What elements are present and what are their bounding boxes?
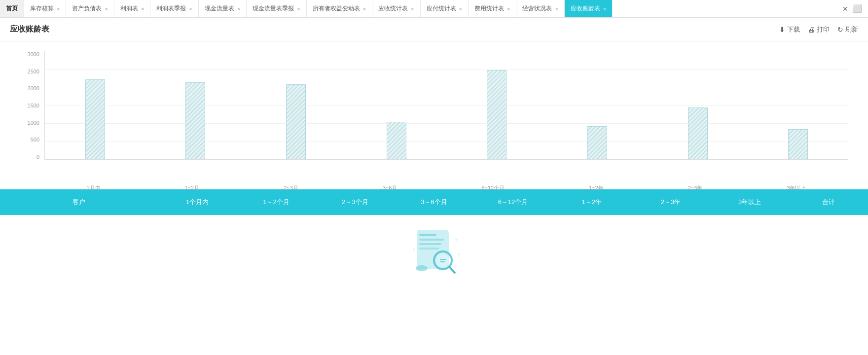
y-label-0: 0 [20,154,39,160]
tab-ar-aging[interactable]: 应收账龄表 × [565,0,613,18]
tab-cashflow-q[interactable]: 现金流量表季报 × [247,0,306,18]
tab-profit-q-close[interactable]: × [189,6,192,12]
x-label-3: 3~6月 [383,184,398,192]
x-label-7: 3年以上 [787,184,806,192]
bar-4 [487,70,506,159]
tab-inventory-close[interactable]: × [57,6,60,12]
tab-balance-close[interactable]: × [105,6,108,12]
tab-inventory[interactable]: 库存核算 × [24,0,66,18]
svg-point-13 [458,253,460,255]
tab-operation[interactable]: 经营状况表 × [516,0,564,18]
tab-profit-q-label: 利润表季报 [156,4,186,13]
y-axis: 0 500 1000 1500 2000 2500 3000 [20,51,39,160]
refresh-button[interactable]: ↻ 刷新 [837,25,858,34]
svg-point-12 [455,238,458,241]
tab-expense[interactable]: 费用统计表 × [469,0,516,18]
tab-ap-stat-close[interactable]: × [459,6,462,12]
th-3y-plus: 3年以上 [710,198,789,207]
minimize-button[interactable]: ✕ [842,5,848,13]
bar-group-2 [286,84,306,159]
bar-1 [185,82,205,159]
bars-area [44,51,848,160]
svg-line-8 [449,267,455,273]
bar-6 [688,107,708,159]
svg-point-7 [436,254,449,267]
bar-group-6 [688,107,708,159]
x-labels: 1月内1~2月2~3月3~6月6~12个月1~2年2~3年3年以上 [44,184,848,192]
tab-ar-aging-close[interactable]: × [603,6,606,12]
tab-profit-close[interactable]: × [141,6,144,12]
tab-equity-close[interactable]: × [363,6,366,12]
th-customer: 客户 [0,198,158,207]
th-3-6m: 3～6个月 [395,198,473,207]
th-6-12m: 6～12个月 [473,198,552,207]
x-label-6: 2~3年 [688,184,703,192]
tab-ar-stat-close[interactable]: × [411,6,414,12]
page-title: 应收账龄表 [10,24,49,35]
bar-group-3 [387,122,406,159]
tab-cashflow-q-label: 现金流量表季报 [253,4,294,13]
maximize-button[interactable]: ⬜ [852,4,862,13]
tab-cashflow-close[interactable]: × [237,6,240,12]
tab-equity-label: 所有者权益变动表 [313,4,360,13]
tab-inventory-label: 库存核算 [30,4,54,13]
bar-group-4 [487,70,506,159]
tab-equity[interactable]: 所有者权益变动表 × [307,0,372,18]
download-icon: ⬇ [779,26,785,34]
bar-group-7 [788,129,808,159]
download-label: 下载 [787,25,800,34]
empty-state-icon [404,225,464,279]
download-button[interactable]: ⬇ 下载 [779,25,800,34]
table-body [0,215,868,355]
tab-expense-close[interactable]: × [507,6,510,12]
y-label-500: 500 [20,137,39,142]
th-1-2y: 1～2年 [552,198,631,207]
tab-operation-close[interactable]: × [555,6,558,12]
page-header: 应收账龄表 ⬇ 下载 🖨 打印 ↻ 刷新 [0,18,868,41]
th-2-3y: 2～3年 [631,198,710,207]
header-actions: ⬇ 下载 🖨 打印 ↻ 刷新 [779,25,858,34]
bar-7 [788,129,808,159]
print-icon: 🖨 [808,26,815,34]
bar-group-0 [85,79,105,159]
tab-ar-aging-label: 应收账龄表 [571,4,600,13]
th-2-3m: 2～3个月 [316,198,395,207]
x-label-0: 1月内 [86,184,100,192]
tab-balance[interactable]: 资产负债表 × [66,0,114,18]
tab-expense-label: 费用统计表 [474,4,504,13]
tab-profit[interactable]: 利润表 × [114,0,150,18]
tab-profit-q[interactable]: 利润表季报 × [150,0,198,18]
th-1m: 1个月内 [158,198,237,207]
tab-ar-stat-label: 应收统计表 [378,4,408,13]
x-label-1: 1~2月 [185,184,200,192]
tab-bar: 首页 库存核算 × 资产负债表 × 利润表 × 利润表季报 × 现金流量表 × … [0,0,868,18]
svg-point-5 [416,265,428,271]
th-total: 合计 [789,198,868,207]
svg-rect-3 [419,243,441,245]
tab-ar-stat[interactable]: 应收统计表 × [372,0,420,18]
tab-cashflow[interactable]: 现金流量表 × [199,0,247,18]
tab-balance-label: 资产负债表 [72,4,102,13]
svg-rect-4 [419,248,439,249]
y-label-3000: 3000 [20,51,39,57]
bar-0 [85,79,105,159]
x-label-2: 2~3月 [284,184,298,192]
bar-2 [286,84,306,159]
tab-ap-stat-label: 应付统计表 [427,4,456,13]
print-button[interactable]: 🖨 打印 [808,25,830,34]
x-label-4: 6~12个月 [481,184,505,192]
tab-operation-label: 经营状况表 [522,4,552,13]
refresh-label: 刷新 [845,25,858,34]
window-controls: ✕ ⬜ [836,4,868,13]
tab-home-label: 首页 [6,4,18,13]
svg-point-11 [413,248,415,250]
tab-cashflow-label: 现金流量表 [205,4,234,13]
chart-area: 0 500 1000 1500 2000 2500 3000 1月内1~2月2~… [0,41,868,189]
tab-cashflow-q-close[interactable]: × [297,6,300,12]
refresh-icon: ↻ [837,26,843,34]
bar-3 [387,122,406,159]
tab-ap-stat[interactable]: 应付统计表 × [421,0,469,18]
bar-group-1 [185,82,205,159]
bar-group-5 [587,126,607,159]
tab-home[interactable]: 首页 [0,0,24,18]
